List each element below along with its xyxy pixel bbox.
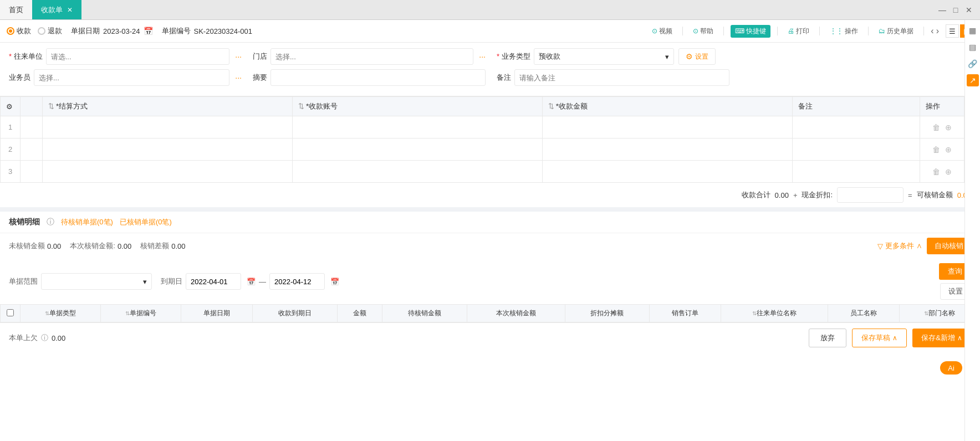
party-input[interactable] — [46, 48, 230, 65]
discount-label: 现金折扣: — [802, 190, 833, 200]
shop-input[interactable] — [270, 48, 473, 65]
staff-more-btn[interactable]: ··· — [235, 73, 242, 82]
row3-copy-btn[interactable]: ⊕ — [945, 167, 952, 176]
row3-account[interactable] — [292, 161, 542, 183]
row2-remark[interactable] — [792, 139, 920, 161]
pending-tab[interactable]: 待核销单据(0笔) — [61, 217, 113, 227]
operate-btn[interactable]: ⋮⋮ 操作 — [826, 25, 861, 37]
col-amount: ⇅*收款金额 — [542, 97, 792, 116]
equals-sign: = — [908, 191, 912, 199]
calendar-icon[interactable]: 📅 — [144, 27, 153, 35]
row3-num: 3 — [1, 161, 21, 183]
abandon-btn[interactable]: 放弃 — [809, 329, 846, 347]
tab-close-icon[interactable]: ✕ — [67, 6, 73, 14]
number-label: 单据编号 — [162, 26, 191, 36]
biz-type-chevron: ▾ — [665, 53, 669, 61]
save-new-btn[interactable]: 保存&新增 ∧ — [912, 329, 971, 347]
panel-list-icon[interactable]: ▤ — [967, 41, 979, 53]
summary-input[interactable] — [270, 69, 486, 86]
nav-prev-btn[interactable]: ‹ — [931, 26, 933, 36]
biz-type-value: 预收款 — [539, 52, 560, 61]
party-more-btn[interactable]: ··· — [235, 52, 242, 61]
row3-amount[interactable] — [542, 161, 792, 183]
row2-delete-btn[interactable]: 🗑 — [932, 145, 940, 154]
close-btn[interactable]: ✕ — [964, 6, 973, 14]
hexiao-header: 核销明细 ⓘ 待核销单据(0笔) 已核销单据(0笔) — [0, 212, 980, 233]
table-row: 3 🗑 ⊕ — [1, 161, 964, 183]
video-btn[interactable]: ⊙ 视频 — [649, 25, 676, 37]
col-pending: 待核销金额 — [382, 305, 467, 322]
tab-home[interactable]: 首页 — [0, 0, 32, 19]
row1-settle[interactable] — [43, 116, 293, 139]
remark-input[interactable] — [514, 69, 729, 86]
history-btn[interactable]: 🗂 历史单据 — [875, 25, 917, 37]
col-staff-name: 员工名称 — [828, 305, 899, 322]
maximize-btn[interactable]: □ — [951, 6, 960, 14]
row3-settle[interactable] — [43, 161, 293, 183]
row1-amount[interactable] — [542, 116, 792, 139]
save-draft-btn[interactable]: 保存草稿 ∧ — [852, 329, 907, 347]
row1-remark[interactable] — [792, 116, 920, 139]
row2-account[interactable] — [292, 139, 542, 161]
row3-delete-btn[interactable]: 🗑 — [932, 167, 940, 176]
row2-settle[interactable] — [43, 139, 293, 161]
summary-row: 收款合计 0.00 + 现金折扣: = 可核销金额 0.00 — [0, 183, 980, 207]
shortcut-btn[interactable]: ⌨ 快捷键 — [731, 25, 770, 38]
tab-receipt[interactable]: 收款单 ✕ — [32, 0, 81, 19]
panel-grid-icon[interactable]: ▦ — [967, 24, 979, 37]
date-label: 单据日期 — [71, 26, 100, 36]
form-row-1: * 往来单位 ··· 门店 ··· * 业务类型 预收款 ▾ — [9, 48, 971, 65]
col-this-cancel: 本次核销金额 — [467, 305, 565, 322]
uncancelled-value: 0.00 — [47, 242, 61, 250]
bottom-table-wrapper: ⇅单据类型 ⇅单据编号 单据日期 收款到期日 金额 待核销金额 本次核销金额 折… — [0, 304, 980, 322]
row2-num2 — [21, 139, 43, 161]
row2-amount[interactable] — [542, 139, 792, 161]
col-discount: 折扣分摊额 — [565, 305, 650, 322]
more-conditions-btn[interactable]: ▽ 更多条件 ∧ — [877, 241, 922, 251]
date-from-input[interactable] — [186, 273, 241, 290]
biz-type-select[interactable]: 预收款 ▾ — [534, 48, 674, 65]
row1-account[interactable] — [292, 116, 542, 139]
date-to-input[interactable] — [269, 273, 325, 290]
staff-input[interactable] — [34, 69, 229, 86]
help-btn[interactable]: ⊙ 帮助 — [690, 25, 717, 37]
divider2 — [723, 27, 724, 35]
hexiao-info-icon[interactable]: ⓘ — [47, 217, 54, 227]
row3-remark[interactable] — [792, 161, 920, 183]
range-select[interactable]: ▾ — [41, 273, 152, 290]
col-num — [21, 97, 43, 116]
shop-label: 门店 — [253, 52, 267, 61]
operate-label: 操作 — [845, 27, 858, 36]
benci-label: 本单上欠 — [9, 333, 38, 343]
cal-from-icon[interactable]: 📅 — [247, 278, 256, 286]
nav-next-btn[interactable]: › — [936, 26, 939, 36]
print-btn[interactable]: 🖨 打印 — [784, 25, 813, 37]
panel-expand-icon[interactable]: ↗ — [967, 74, 979, 86]
row1-copy-btn[interactable]: ⊕ — [945, 123, 952, 132]
done-tab[interactable]: 已核销单据(0笔) — [120, 217, 172, 227]
layout-list-btn[interactable]: ☰ — [946, 24, 959, 38]
cal-to-icon[interactable]: 📅 — [330, 278, 339, 286]
select-all-checkbox[interactable] — [7, 309, 14, 316]
col-number: ⇅单据编号 — [100, 305, 181, 322]
total-label: 收款合计 — [742, 190, 770, 200]
col-gear[interactable]: ⚙ — [1, 97, 21, 116]
discount-input[interactable] — [837, 187, 904, 203]
radio-receive[interactable]: 收款 — [7, 26, 31, 36]
row1-delete-btn[interactable]: 🗑 — [932, 123, 940, 132]
this-time-stat: 本次核销金额: 0.00 — [70, 241, 131, 251]
history-label: 历史单据 — [887, 27, 913, 36]
panel-link-icon[interactable]: 🔗 — [967, 58, 979, 70]
benci-info-icon[interactable]: ⓘ — [41, 333, 48, 343]
minimize-btn[interactable]: — — [938, 6, 947, 14]
form-settings-btn[interactable]: ⚙ 设置 — [678, 48, 716, 65]
col-party-name: ⇅往来单位名称 — [721, 305, 828, 322]
ai-badge[interactable]: Ai — [940, 361, 962, 375]
radio-receive-label: 收款 — [17, 26, 31, 36]
row2-copy-btn[interactable]: ⊕ — [945, 145, 952, 154]
shop-more-btn[interactable]: ··· — [479, 52, 486, 61]
radio-refund[interactable]: 退款 — [38, 26, 62, 36]
toolbar: 收款 退款 单据日期 2023-03-24 📅 单据编号 SK-20230324… — [0, 20, 980, 43]
radio-refund-label: 退款 — [48, 26, 62, 36]
party-label: * 往来单位 — [9, 52, 43, 61]
